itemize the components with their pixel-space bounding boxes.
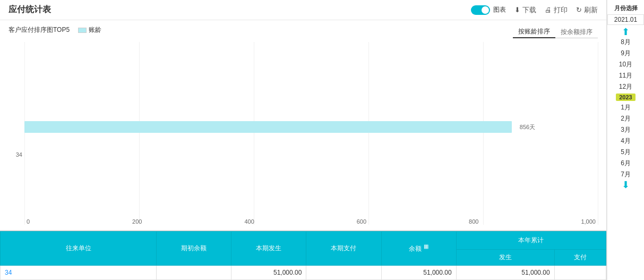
refresh-button[interactable]: ↻ 刷新 — [576, 5, 598, 15]
cell-balance: 51,000.00 — [381, 266, 456, 280]
x-label-0: 0 — [27, 218, 30, 225]
bar-container: 856天 — [24, 42, 598, 212]
cell-vendor: 34 — [1, 266, 157, 280]
month-12[interactable]: 12月 — [607, 81, 644, 92]
refresh-icon: ↻ — [576, 6, 582, 14]
bar-right-label: 856天 — [520, 121, 535, 133]
table-header-row: 往来单位 期初余额 本期发生 本期支付 余额 ▦ 本年累计 — [1, 232, 606, 250]
col-current-occur: 本期发生 — [231, 232, 306, 266]
month-7[interactable]: 7月 — [607, 169, 644, 180]
month-6[interactable]: 6月 — [607, 158, 644, 169]
y-axis: 34 — [8, 42, 24, 225]
month-8[interactable]: 8月 — [607, 37, 644, 48]
month-11[interactable]: 11月 — [607, 70, 644, 81]
legend-item-top5: 客户应付排序图TOP5 — [8, 26, 70, 35]
cell-current-occur: 51,000.00 — [231, 266, 306, 280]
date-display[interactable]: 2021.01 — [607, 14, 644, 25]
chart-toggle-label: 图表 — [493, 5, 506, 14]
print-button[interactable]: 🖨 打印 — [545, 5, 568, 15]
header-actions: 图表 ⬇ 下载 🖨 打印 ↻ 刷新 — [471, 5, 598, 15]
x-label-600: 600 — [357, 218, 366, 225]
scroll-up-button[interactable]: ⬆ — [622, 27, 630, 37]
print-icon: 🖨 — [545, 6, 552, 14]
bar-row: 856天 — [24, 121, 598, 133]
vendor-link[interactable]: 34 — [5, 269, 12, 276]
col-opening: 期初余额 — [157, 232, 231, 266]
col-vendor: 往来单位 — [1, 232, 157, 266]
cell-ytd-pay — [554, 266, 606, 280]
cell-opening — [157, 266, 231, 280]
page-header: 应付统计表 图表 ⬇ 下载 🖨 打印 ↻ 刷新 — [0, 0, 606, 20]
sort-by-balance-button[interactable]: 按账龄排序 — [513, 26, 555, 38]
table-section: 往来单位 期初余额 本期发生 本期支付 余额 ▦ 本年累计 发生 支付 — [0, 230, 606, 280]
chart-sort-buttons: 按账龄排序 按余额排序 — [513, 26, 598, 38]
page-title: 应付统计表 — [8, 4, 51, 15]
x-label-1000: 1,000 — [581, 218, 596, 225]
chart-section: 客户应付排序图TOP5 账龄 按账龄排序 按余额排序 34 — [0, 20, 606, 230]
chart-legend: 客户应付排序图TOP5 账龄 — [8, 26, 101, 35]
x-label-200: 200 — [132, 218, 142, 225]
legend-item-aging: 账龄 — [78, 26, 101, 35]
month-1[interactable]: 1月 — [607, 102, 644, 113]
year-2023-badge: 2023 — [616, 94, 635, 101]
chart-container: 客户应付排序图TOP5 账龄 按账龄排序 按余额排序 34 — [8, 26, 598, 225]
month-3[interactable]: 3月 — [607, 124, 644, 135]
cell-ytd-occur: 51,000.00 — [456, 266, 554, 280]
month-4[interactable]: 4月 — [607, 135, 644, 147]
col-ytd-occur: 发生 — [456, 250, 554, 266]
chart-toggle[interactable] — [471, 5, 490, 15]
legend-aging-label: 账龄 — [89, 26, 101, 35]
chart-toggle-wrap: 图表 — [471, 5, 506, 15]
bar-fill — [24, 121, 512, 133]
month-10[interactable]: 10月 — [607, 59, 644, 70]
sort-by-amount-button[interactable]: 按余额排序 — [555, 27, 598, 38]
cell-current-pay — [306, 266, 381, 280]
legend-label: 客户应付排序图TOP5 — [8, 26, 70, 35]
month-9[interactable]: 9月 — [607, 48, 644, 59]
col-ytd: 本年累计 — [456, 232, 606, 250]
sidebar-title: 月份选择 — [614, 4, 638, 12]
x-axis: 0 200 400 600 800 1,000 — [24, 218, 598, 225]
x-label-800: 800 — [469, 218, 478, 225]
month-2[interactable]: 2月 — [607, 113, 644, 124]
col-ytd-pay: 支付 — [554, 250, 606, 266]
month-5[interactable]: 5月 — [607, 147, 644, 158]
table-body: 34 51,000.00 51,000.00 51,000.00 — [1, 266, 606, 280]
table-row: 34 51,000.00 51,000.00 51,000.00 — [1, 266, 606, 280]
chart-inner: 856天 0 200 400 600 800 1,000 — [24, 42, 598, 225]
col-balance: 余额 ▦ — [381, 232, 456, 266]
data-table: 往来单位 期初余额 本期发生 本期支付 余额 ▦ 本年累计 发生 支付 — [0, 231, 606, 280]
legend-color-box — [78, 28, 87, 33]
y-label: 34 — [16, 151, 22, 158]
download-icon: ⬇ — [514, 6, 520, 14]
right-sidebar: 月份选择 2021.01 ⬆ 8月 9月 10月 11月 12月 2023 1月… — [607, 0, 644, 280]
x-label-400: 400 — [244, 218, 254, 225]
col-current-pay: 本期支付 — [306, 232, 381, 266]
balance-icon: ▦ — [424, 243, 428, 249]
grid-line-1000 — [598, 42, 598, 225]
download-button[interactable]: ⬇ 下载 — [514, 5, 536, 15]
scroll-down-button[interactable]: ⬇ — [622, 180, 630, 190]
chart-area: 34 856天 — [8, 42, 598, 225]
